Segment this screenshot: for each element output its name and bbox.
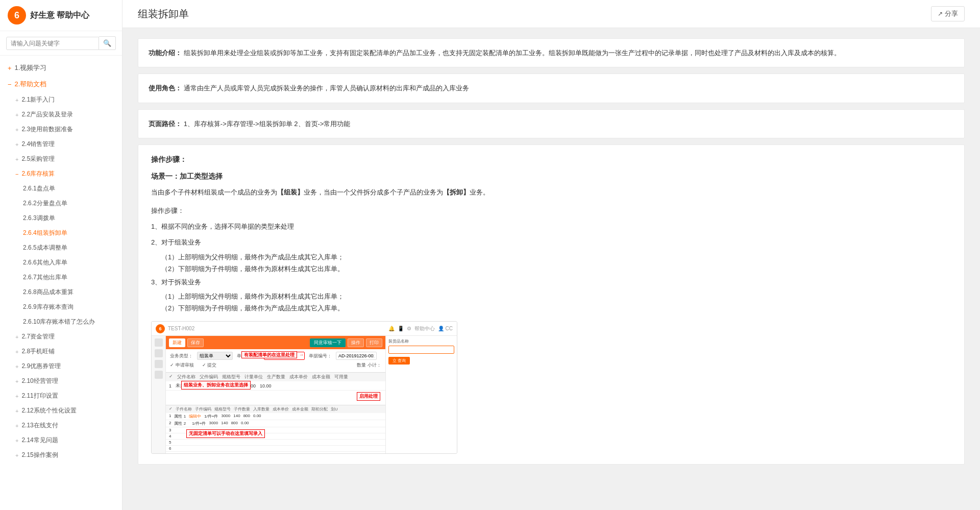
mock-breadcrumb: TEST-H002 bbox=[168, 326, 194, 331]
role-text: 通常由生产人员或库管人员完成拆装业务的操作，库管人员确认原材料的出库和产成品的入… bbox=[184, 84, 469, 92]
sub-plus-icon: + bbox=[15, 378, 18, 384]
annotation-enable: 启用处理 bbox=[357, 392, 380, 401]
mock-num-input[interactable] bbox=[336, 352, 377, 360]
search-button[interactable]: 🔍 bbox=[99, 36, 116, 50]
share-icon: ↗ bbox=[938, 10, 943, 17]
sidebar-item-mobile[interactable]: + 2.8手机旺铺 bbox=[0, 344, 122, 359]
mock-subrow4: 4 bbox=[166, 433, 385, 440]
intro-card: 功能介绍： 组装拆卸单用来处理企业组装或拆卸等加工业务，支持有固定装配清单的产品… bbox=[138, 38, 965, 67]
search-box: 🔍 bbox=[0, 31, 122, 56]
sidebar-item-faq[interactable]: + 2.14常见问题 bbox=[0, 433, 122, 448]
sidebar-item-video[interactable]: + 1.视频学习 bbox=[0, 60, 122, 76]
plus-icon: + bbox=[8, 64, 12, 72]
sidebar-item-partial-stocktake[interactable]: 2.6.2分量盘点单 bbox=[0, 196, 122, 211]
sidebar-item-purchase[interactable]: + 2.5采购管理 bbox=[0, 152, 122, 166]
sidebar-item-cost-recalc[interactable]: 2.6.8商品成本重算 bbox=[0, 285, 122, 300]
mock-type-select[interactable]: 组装单 bbox=[197, 352, 233, 360]
mock-subrow7: 7 bbox=[166, 452, 385, 454]
sub-plus-icon: + bbox=[15, 334, 18, 340]
sidebar-item-transfer[interactable]: 2.6.3调拨单 bbox=[0, 211, 122, 226]
scene1-title: 场景一：加工类型选择 bbox=[151, 172, 951, 181]
mock-subrow2: 2属性 2 1/件+件30001408000.00 bbox=[166, 420, 385, 427]
step2-sub1: （1）上部明细为父件明细，最终作为产成品生成其它入库单； bbox=[161, 253, 951, 262]
sub-plus-icon: + bbox=[15, 112, 18, 118]
sidebar-item-install[interactable]: + 2.2产品安装及登录 bbox=[0, 107, 122, 122]
mock-right-icons: 🔔 📱 ⚙ 帮助中心 👤 CC bbox=[388, 325, 453, 332]
sub-plus-icon: + bbox=[15, 452, 18, 458]
main-content: 组装拆卸单 ↗ 分享 功能介绍： 组装拆卸单用来处理企业组装或拆卸等加工业务，支… bbox=[122, 0, 980, 510]
sub-plus-icon: + bbox=[15, 127, 18, 133]
nav-section-docs: − 2.帮助文档 + 2.1新手入门 + 2.2产品安装及登录 + 2.3使用前… bbox=[0, 76, 122, 463]
sidebar-item-coupon[interactable]: + 2.9优惠券管理 bbox=[0, 359, 122, 374]
sidebar-item-stock-ledger[interactable]: 2.6.9库存账本查询 bbox=[0, 300, 122, 314]
sub-plus-icon: + bbox=[15, 156, 18, 162]
sidebar-item-finance[interactable]: + 2.7资金管理 bbox=[0, 329, 122, 344]
path-text: 1、库存核算->库存管理->组装拆卸单 2、首页->常用功能 bbox=[184, 120, 351, 128]
mock-table-row1: 1 未来 1.00 — 10.00 10.00 bbox=[166, 381, 385, 391]
sidebar-item-other-in[interactable]: 2.6.6其他入库单 bbox=[0, 255, 122, 270]
mock-sidebar-icon bbox=[155, 349, 163, 357]
intro-label: 功能介绍： bbox=[149, 49, 182, 57]
sidebar-item-inventory[interactable]: − 2.6库存核算 bbox=[0, 166, 122, 181]
role-card: 使用角色： 通常由生产人员或库管人员完成拆装业务的操作，库管人员确认原材料的出库… bbox=[138, 74, 965, 103]
screenshot-mockup: 6 TEST-H002 🔔 📱 ⚙ 帮助中心 👤 CC bbox=[151, 321, 457, 454]
sidebar-item-stocktake[interactable]: 2.6.1盘点单 bbox=[0, 181, 122, 196]
operations-section: 操作步骤： 场景一：加工类型选择 当由多个子件材料组装成一个成品的业务为【组装】… bbox=[138, 144, 965, 465]
sub-plus-icon: + bbox=[15, 423, 18, 429]
intro-text: 组装拆卸单用来处理企业组装或拆卸等加工业务，支持有固定装配清单的产品加工业务，也… bbox=[184, 49, 841, 57]
sidebar-item-data-prep[interactable]: + 2.3使用前数据准备 bbox=[0, 122, 122, 137]
mock-sidebar-icon bbox=[155, 360, 163, 368]
scene1-desc: 当由多个子件材料组装成一个成品的业务为【组装】业务，当由一个父件拆分成多个子产品… bbox=[151, 186, 951, 198]
sidebar-item-system[interactable]: + 2.12系统个性化设置 bbox=[0, 403, 122, 418]
sidebar-item-payment[interactable]: + 2.13在线支付 bbox=[0, 418, 122, 433]
sidebar: 6 好生意 帮助中心 🔍 + 1.视频学习 − 2.帮助文档 + 2.1新手入门 bbox=[0, 0, 122, 510]
mock-save-btn: 保存 bbox=[187, 338, 204, 347]
step2-sub2: （2）下部明细为子件明细，最终作为原材料生成其它出库单。 bbox=[161, 264, 951, 274]
mock-bom-input bbox=[388, 346, 454, 354]
mock-sidebar-icon bbox=[155, 338, 163, 347]
nav-tree: + 1.视频学习 − 2.帮助文档 + 2.1新手入门 + 2.2产品安装及登录 bbox=[0, 56, 122, 510]
mock-bom-search-btn[interactable]: 立 查询 bbox=[388, 357, 410, 365]
mock-subrow1: 1属性 1编辑中 1/件+件30001408000.00 bbox=[166, 413, 385, 420]
mock-right-panel: 装货品名称 立 查询 bbox=[385, 336, 457, 453]
content-area: 功能介绍： 组装拆卸单用来处理企业组装或拆卸等加工业务，支持有固定装配清单的产品… bbox=[122, 28, 980, 510]
sidebar-header: 6 好生意 帮助中心 bbox=[0, 0, 122, 31]
nav-children-docs: + 2.1新手入门 + 2.2产品安装及登录 + 2.3使用前数据准备 + 2.… bbox=[0, 92, 122, 463]
sub-plus-icon: + bbox=[15, 393, 18, 399]
mock-toolbar: 新建 保存 同意审核一下 操作 打印 bbox=[166, 336, 385, 349]
sub-minus-icon: − bbox=[15, 171, 18, 177]
mock-new-btn: 新建 bbox=[169, 338, 185, 347]
sidebar-item-cases[interactable]: + 2.15操作案例 bbox=[0, 448, 122, 463]
sidebar-item-assembly[interactable]: 2.6.4组装拆卸单 bbox=[0, 226, 122, 240]
sidebar-item-other-out[interactable]: 2.6.7其他出库单 bbox=[0, 270, 122, 285]
mock-table-header-area: ✓ 父件名称 父件编码 规格型号 计量单位 生产数量 成本单价 成本金额 可用量 bbox=[166, 372, 385, 381]
step3: 3、对于拆装业务 bbox=[151, 276, 951, 288]
step1: 1、根据不同的业务，选择不同单据的类型来处理 bbox=[151, 221, 951, 232]
sidebar-item-ops-mgmt[interactable]: + 2.10经营管理 bbox=[0, 374, 122, 388]
path-card: 页面路径： 1、库存核算->库存管理->组装拆卸单 2、首页->常用功能 bbox=[138, 109, 965, 138]
path-label: 页面路径： bbox=[149, 120, 182, 128]
sidebar-item-print[interactable]: + 2.11打印设置 bbox=[0, 388, 122, 403]
sidebar-item-docs[interactable]: − 2.帮助文档 bbox=[0, 76, 122, 92]
role-label: 使用角色： bbox=[149, 84, 182, 92]
share-button[interactable]: ↗ 分享 bbox=[931, 6, 965, 21]
mock-print-btn: 打印 bbox=[366, 338, 382, 347]
mock-subrow5: 5 bbox=[166, 440, 385, 446]
mock-sidebar-icon bbox=[155, 371, 163, 379]
sidebar-item-cost-adjust[interactable]: 2.6.5成本调整单 bbox=[0, 240, 122, 255]
sub-plus-icon: + bbox=[15, 349, 18, 355]
mock-date-input[interactable] bbox=[264, 352, 305, 360]
mock-subrow3: 3 bbox=[166, 427, 385, 433]
mock-content: 新建 保存 同意审核一下 操作 打印 业务类型： bbox=[152, 336, 457, 453]
search-input[interactable] bbox=[6, 37, 99, 50]
mock-cell-input bbox=[189, 383, 214, 389]
minus-icon: − bbox=[8, 81, 12, 88]
sidebar-item-ledger-fix[interactable]: 2.6.10库存账本错了怎么办 bbox=[0, 314, 122, 329]
mock-sidebar bbox=[152, 336, 166, 453]
mock-form-area: 业务类型： 组装单 单据日期： 单据编号： ✓ 申请审核 bbox=[166, 349, 385, 371]
nav-section-video: + 1.视频学习 bbox=[0, 60, 122, 76]
sub-plus-icon: + bbox=[15, 97, 18, 103]
step3-sub1: （1）上部明细为父件明细，最终作为原材料生成其它出库单； bbox=[161, 292, 951, 301]
sidebar-item-sales[interactable]: + 2.4销售管理 bbox=[0, 137, 122, 152]
sidebar-item-newbie[interactable]: + 2.1新手入门 bbox=[0, 92, 122, 107]
